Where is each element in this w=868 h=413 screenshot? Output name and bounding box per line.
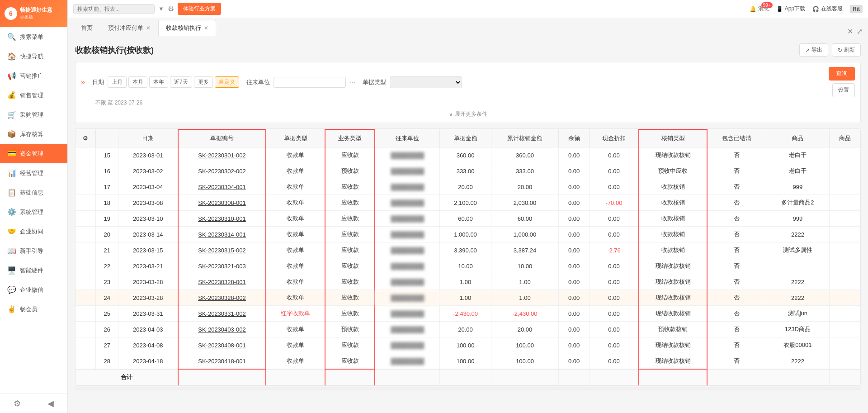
refresh-button[interactable]: ↻ 刷新 xyxy=(832,43,861,57)
basic-icon: 📋 xyxy=(7,188,16,197)
user-avatar[interactable]: Rit xyxy=(850,5,863,13)
td-verify-type: 收款核销 xyxy=(639,179,707,195)
sidebar-item-member[interactable]: ✌️ 畅会员 xyxy=(0,299,67,319)
td-doc-no[interactable]: SK-20230418-001 xyxy=(178,353,266,370)
td-doc-type: 收款单 xyxy=(266,242,325,258)
td-doc-no[interactable]: SK-20230304-001 xyxy=(178,179,266,195)
td-verified: -2,430.00 xyxy=(491,306,559,322)
expand-conditions-button[interactable]: ∨ 展开更多条件 xyxy=(449,110,487,118)
tab-close-active-icon[interactable]: ✕ xyxy=(204,25,208,31)
partner-input[interactable] xyxy=(274,77,346,88)
tab-collection[interactable]: 收款核销执行 ✕ xyxy=(158,20,216,36)
sidebar-item-corp[interactable]: 🤝 企业协同 xyxy=(0,222,67,241)
sidebar-item-quicknav[interactable]: 🏠 快捷导航 xyxy=(0,47,67,66)
last-7-days-btn[interactable]: 近7天 xyxy=(170,76,192,88)
total-amount xyxy=(440,369,491,385)
td-doc-no[interactable]: SK-20230308-001 xyxy=(178,195,266,211)
td-date: 2023-03-28 xyxy=(118,290,178,306)
dots-icon[interactable]: ··· xyxy=(349,78,355,86)
td-verified: 2,030.00 xyxy=(491,195,559,211)
td-doc-no[interactable]: SK-20230315-002 xyxy=(178,242,266,258)
settings-filter-button[interactable]: 设置 xyxy=(832,83,855,97)
td-doc-no[interactable]: SK-20230328-002 xyxy=(178,290,266,306)
tab-close-icon[interactable]: ✕ xyxy=(146,25,151,31)
table-settings-icon[interactable]: ⚙ xyxy=(83,135,88,142)
more-date-btn[interactable]: 更多 xyxy=(194,76,213,88)
td-discount: 0.00 xyxy=(590,337,639,353)
query-button[interactable]: 查询 xyxy=(829,67,855,81)
search-input[interactable] xyxy=(73,4,155,14)
partner-label: 往来单位 xyxy=(246,78,270,86)
td-goods2 xyxy=(830,353,860,370)
export-button[interactable]: ↗ 导出 xyxy=(799,43,828,57)
sidebar-item-wechat[interactable]: 💬 企业微信 xyxy=(0,280,67,299)
td-doc-no[interactable]: SK-20230321-003 xyxy=(178,258,266,274)
td-date: 2023-03-21 xyxy=(118,258,178,274)
td-discount: 0.00 xyxy=(590,258,639,274)
td-biz-type: 应收款 xyxy=(325,290,375,306)
td-doc-no[interactable]: SK-20230403-002 xyxy=(178,322,266,337)
td-verify-type: 现结收款核销 xyxy=(639,290,707,306)
voucher-type-section: 单据类型 xyxy=(363,76,462,88)
sidebar-item-guide[interactable]: 📖 新手引导 xyxy=(0,241,67,261)
tab-expand-icon[interactable]: ⤢ xyxy=(857,27,863,36)
chevron-down-icon[interactable]: ▼ xyxy=(158,5,164,12)
td-doc-no[interactable]: SK-20230301-002 xyxy=(178,147,266,163)
td-include-settled: 否 xyxy=(707,227,766,242)
this-month-btn[interactable]: 本月 xyxy=(128,76,147,88)
td-doc-no[interactable]: SK-20230302-002 xyxy=(178,163,266,179)
td-goods: 老白干 xyxy=(766,163,830,179)
td-doc-type: 收款单 xyxy=(266,337,325,353)
sidebar-item-basic[interactable]: 📋 基础信息 xyxy=(0,183,67,202)
td-doc-no[interactable]: SK-20230314-001 xyxy=(178,227,266,242)
th-settings[interactable]: ⚙ xyxy=(75,129,96,147)
last-month-btn[interactable]: 上月 xyxy=(108,76,127,88)
td-doc-no[interactable]: SK-20230328-001 xyxy=(178,274,266,290)
th-verify-type: 核销类型 xyxy=(639,129,707,147)
sidebar-item-hardware[interactable]: 🖥️ 智能硬件 xyxy=(0,261,67,280)
sidebar-item-system[interactable]: ⚙️ 系统管理 xyxy=(0,202,67,222)
td-partner: ████████ xyxy=(375,195,440,211)
td-verified: 20.00 xyxy=(491,179,559,195)
td-doc-type: 收款单 xyxy=(266,211,325,227)
td-discount: 0.00 xyxy=(590,147,639,163)
td-date: 2023-03-10 xyxy=(118,211,178,227)
td-verified: 3,387.24 xyxy=(491,242,559,258)
sidebar-item-finance[interactable]: 💳 资金管理 xyxy=(0,144,67,163)
horizontal-scrollbar[interactable] xyxy=(75,387,861,390)
td-verify-type: 现结收款核销 xyxy=(639,147,707,163)
td-doc-no[interactable]: SK-20230310-001 xyxy=(178,211,266,227)
td-verify-type: 收款核销 xyxy=(639,242,707,258)
customer-service-button[interactable]: 🎧 在线客服 xyxy=(812,5,843,13)
td-include-settled: 否 xyxy=(707,179,766,195)
sidebar-item-marketing[interactable]: 📢 营销推广 xyxy=(0,66,67,85)
notification-button[interactable]: 🔔 消息 99+ xyxy=(750,5,769,13)
settings-icon[interactable]: ⚙ xyxy=(168,5,174,13)
tab-close-all-icon[interactable]: ✕ xyxy=(847,27,853,36)
td-include-settled: 否 xyxy=(707,147,766,163)
collapse-icon[interactable]: ◀ xyxy=(47,399,54,408)
sidebar-item-search[interactable]: 🔍 搜索菜单 xyxy=(0,27,67,47)
filter-collapse-icon[interactable]: » xyxy=(81,78,85,86)
this-year-btn[interactable]: 本年 xyxy=(149,76,168,88)
tab-home[interactable]: 首页 xyxy=(73,20,100,36)
td-verified: 1.00 xyxy=(491,274,559,290)
td-doc-no[interactable]: SK-20230331-002 xyxy=(178,306,266,322)
td-include-settled: 否 xyxy=(707,290,766,306)
td-include-settled: 否 xyxy=(707,163,766,179)
sidebar-item-inventory[interactable]: 📦 库存核算 xyxy=(0,124,67,144)
export-icon: ↗ xyxy=(805,47,810,53)
td-amount: 60.00 xyxy=(440,211,491,227)
tab-prepay[interactable]: 预付冲应付单 ✕ xyxy=(100,20,158,36)
td-date: 2023-03-14 xyxy=(118,227,178,242)
app-download-button[interactable]: 📱 App下载 xyxy=(776,5,805,13)
td-doc-no[interactable]: SK-20230408-001 xyxy=(178,337,266,353)
custom-date-btn[interactable]: 自定义 xyxy=(215,76,239,88)
sidebar-item-operations[interactable]: 📊 经营管理 xyxy=(0,163,67,183)
sidebar-item-sales[interactable]: 💰 销售管理 xyxy=(0,85,67,105)
sidebar-item-purchase[interactable]: 🛒 采购管理 xyxy=(0,105,67,124)
settings-bottom-icon[interactable]: ⚙ xyxy=(14,399,21,408)
industry-button[interactable]: 体验行业方案 xyxy=(178,3,221,15)
page-title: 收款核销执行(按收款) xyxy=(75,45,154,56)
voucher-type-select[interactable] xyxy=(390,76,462,88)
